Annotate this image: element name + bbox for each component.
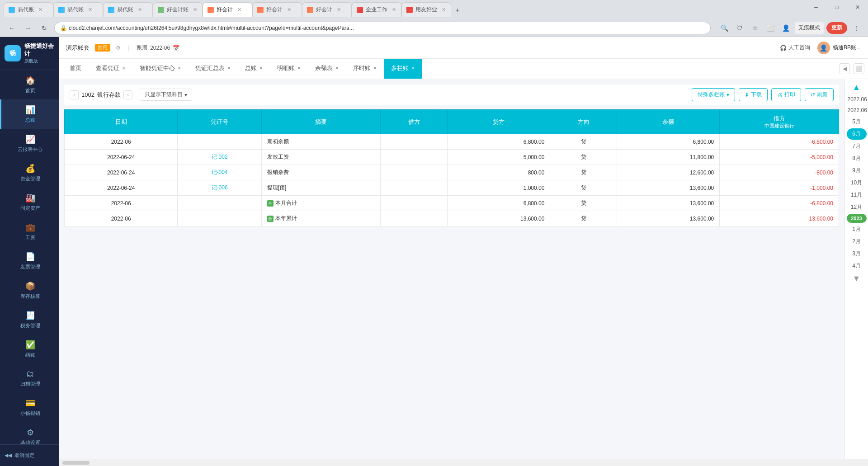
tab-close-9[interactable]: ✕ bbox=[442, 7, 446, 13]
sub-tab-voucher-view-close[interactable]: × bbox=[122, 65, 125, 71]
browser-tab-7[interactable]: 好会计 ✕ bbox=[302, 2, 352, 17]
forward-button[interactable]: → bbox=[22, 22, 34, 34]
timeline-10yue[interactable]: 10月 bbox=[847, 177, 867, 188]
shield-icon[interactable]: 🛡 bbox=[733, 22, 746, 34]
browser-tab-6[interactable]: 好会计 ✕ bbox=[252, 2, 302, 17]
sidebar-item-ledger[interactable]: 📊 总账 bbox=[0, 99, 59, 129]
collapse-left-button[interactable]: ◀ bbox=[839, 63, 850, 74]
browser-tab-5[interactable]: 好会计 ✕ bbox=[203, 2, 252, 17]
timeline-2022-06-b[interactable]: 2022.06 bbox=[847, 105, 867, 115]
expand-right-button[interactable]: ⬜ bbox=[854, 63, 864, 74]
timeline-11yue[interactable]: 11月 bbox=[847, 189, 867, 201]
minimize-button[interactable]: ─ bbox=[806, 0, 826, 14]
cast-icon[interactable]: ⬜ bbox=[764, 22, 777, 34]
special-multicolumn-button[interactable]: 特殊多栏账 ▾ bbox=[692, 88, 735, 101]
scrollbar-thumb[interactable] bbox=[62, 461, 90, 465]
tab-close-7[interactable]: ✕ bbox=[337, 7, 341, 13]
voucher-link[interactable]: 记-006 bbox=[212, 184, 228, 191]
update-button[interactable]: 更新 bbox=[826, 22, 847, 34]
tab-close-1[interactable]: ✕ bbox=[38, 7, 42, 13]
back-button[interactable]: ← bbox=[5, 22, 18, 34]
star-icon[interactable]: ☆ bbox=[749, 22, 761, 34]
voucher-link[interactable]: 记-004 bbox=[212, 169, 228, 175]
period-selector[interactable]: 账期 2022-06 📅 bbox=[137, 44, 179, 52]
timeline-7yue[interactable]: 7月 bbox=[847, 141, 867, 152]
timeline-3yue[interactable]: 3月 bbox=[847, 248, 867, 259]
bottom-scrollbar[interactable] bbox=[59, 459, 868, 466]
sub-tab-smart-voucher[interactable]: 智能凭证中心 × bbox=[132, 59, 188, 79]
sub-tab-sequence[interactable]: 序时账 × bbox=[346, 59, 384, 79]
close-window-button[interactable]: ✕ bbox=[847, 0, 868, 14]
sidebar-item-assets[interactable]: 🏭 固定资产 bbox=[0, 188, 59, 217]
settings-icon[interactable]: ⚙ bbox=[116, 45, 121, 51]
timeline-5yue[interactable]: 5月 bbox=[847, 116, 867, 127]
sub-tab-voucher-view[interactable]: 查看凭证 × bbox=[89, 59, 132, 79]
sub-tab-detail-ledger-close[interactable]: × bbox=[297, 65, 301, 71]
search-icon[interactable]: 🔍 bbox=[718, 22, 731, 34]
no-trace-button[interactable]: 无痕模式 bbox=[795, 22, 824, 34]
sidebar-item-settle[interactable]: ✅ 结账 bbox=[0, 334, 59, 364]
sub-tab-general-ledger[interactable]: 总账 × bbox=[238, 59, 270, 79]
download-button[interactable]: ⬇ 下载 bbox=[739, 88, 768, 101]
timeline-6yue[interactable]: 6月 bbox=[847, 128, 867, 140]
consultant-button[interactable]: 🎧 人工咨询 bbox=[780, 44, 810, 52]
sidebar-item-home[interactable]: 🏠 首页 bbox=[0, 70, 59, 99]
browser-tab-1[interactable]: 易代账 ✕ bbox=[4, 2, 53, 17]
sub-tab-sequence-close[interactable]: × bbox=[373, 65, 377, 71]
sub-tab-multi-column-close[interactable]: × bbox=[411, 65, 415, 71]
tab-close-4[interactable]: ✕ bbox=[193, 7, 197, 13]
account-next-button[interactable]: › bbox=[123, 90, 132, 99]
browser-tab-9[interactable]: 用友好业 ✕ bbox=[401, 2, 451, 17]
address-bar[interactable]: 🔒 cloud2.chanjet.com/accounting/uh26t264… bbox=[54, 22, 711, 34]
sub-tab-balance-close[interactable]: × bbox=[335, 65, 339, 71]
sidebar-item-reports[interactable]: 📈 云报表中心 bbox=[0, 129, 59, 158]
user-info[interactable]: 👤 畅通BB账... bbox=[817, 42, 861, 54]
timeline-year-2023[interactable]: 2023 bbox=[847, 214, 867, 223]
sub-tab-balance[interactable]: 余额表 × bbox=[308, 59, 346, 79]
browser-tab-4[interactable]: 好会计账 ✕ bbox=[153, 2, 203, 17]
sub-tab-general-ledger-close[interactable]: × bbox=[259, 65, 263, 71]
filter-dropdown[interactable]: 只显示下级科目 ▾ bbox=[140, 89, 192, 101]
timeline-12yue[interactable]: 12月 bbox=[847, 202, 867, 213]
refresh-button[interactable]: ↺ 刷新 bbox=[805, 88, 834, 101]
sub-tab-voucher-summary[interactable]: 凭证汇总表 × bbox=[188, 59, 238, 79]
tab-close-3[interactable]: ✕ bbox=[138, 7, 142, 13]
timeline-9yue[interactable]: 9月 bbox=[847, 165, 867, 176]
tab-close-8[interactable]: ✕ bbox=[392, 7, 396, 13]
tab-close-2[interactable]: ✕ bbox=[88, 7, 92, 13]
sidebar-item-tax[interactable]: 🧾 税务管理 bbox=[0, 305, 59, 334]
timeline-scroll-up[interactable]: ▲ bbox=[853, 83, 861, 92]
new-tab-button[interactable]: + bbox=[451, 4, 464, 17]
sidebar-item-expense[interactable]: 💳 小畅报销 bbox=[0, 393, 59, 422]
tab-close-6[interactable]: ✕ bbox=[287, 7, 291, 13]
tab-close-5[interactable]: ✕ bbox=[237, 7, 241, 13]
unpin-button[interactable]: ◀◀ 取消固定 bbox=[3, 449, 56, 461]
browser-tab-2[interactable]: 易代账 ✕ bbox=[53, 2, 103, 17]
sidebar-item-archive[interactable]: 🗂 归档管理 bbox=[0, 364, 59, 393]
sub-tab-home[interactable]: 首页 bbox=[62, 59, 89, 79]
timeline-4yue[interactable]: 4月 bbox=[847, 260, 867, 272]
sub-tab-detail-ledger[interactable]: 明细账 × bbox=[270, 59, 308, 79]
sub-tab-smart-voucher-close[interactable]: × bbox=[178, 65, 181, 71]
account-prev-button[interactable]: ‹ bbox=[70, 90, 79, 99]
browser-tab-3[interactable]: 易代账 ✕ bbox=[103, 2, 153, 17]
timeline-8yue[interactable]: 8月 bbox=[847, 153, 867, 164]
reload-button[interactable]: ↻ bbox=[38, 22, 51, 34]
sub-tab-voucher-summary-close[interactable]: × bbox=[227, 65, 231, 71]
timeline-2022-06-a[interactable]: 2022.06 bbox=[847, 94, 867, 104]
sub-tab-multi-column[interactable]: 多栏账 × bbox=[384, 59, 422, 79]
browser-tab-8[interactable]: 企业工作 ✕ bbox=[352, 2, 401, 17]
voucher-link[interactable]: 记-002 bbox=[212, 154, 228, 160]
sidebar-item-salary[interactable]: 💼 工资 bbox=[0, 217, 59, 246]
menu-icon[interactable]: ⋮ bbox=[850, 22, 863, 34]
timeline-2yue[interactable]: 2月 bbox=[847, 236, 867, 247]
sidebar-item-capital[interactable]: 💰 资金管理 bbox=[0, 158, 59, 188]
timeline-scroll-down[interactable]: ▼ bbox=[853, 274, 861, 283]
timeline-1yue[interactable]: 1月 bbox=[847, 224, 867, 235]
sidebar-item-inventory[interactable]: 📦 库存核算 bbox=[0, 276, 59, 305]
sidebar-item-settings[interactable]: ⚙ 基础设置 bbox=[0, 422, 59, 444]
print-button[interactable]: 🖨 打印 bbox=[771, 88, 801, 101]
profile-icon[interactable]: 👤 bbox=[779, 22, 792, 34]
sidebar-item-invoice[interactable]: 📄 发票管理 bbox=[0, 246, 59, 276]
maximize-button[interactable]: □ bbox=[826, 0, 847, 14]
